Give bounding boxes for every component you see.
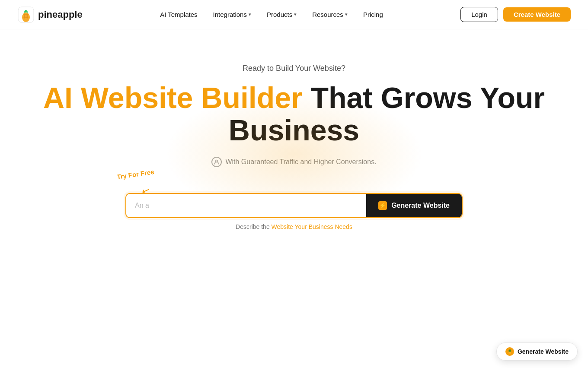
login-button[interactable]: Login — [460, 7, 498, 22]
hero-section: Ready to Build Your Website? AI Website … — [0, 29, 588, 256]
chevron-down-icon: ▾ — [345, 12, 348, 17]
input-hint-highlight: Website Your Business Needs — [272, 223, 352, 230]
try-for-free-label: Try For Free — [116, 168, 154, 181]
navbar: pineapple AI Templates Integrations ▾ Pr… — [0, 0, 588, 29]
generate-website-button[interactable]: ⚡ Generate Website — [366, 194, 462, 217]
logo-text: pineapple — [38, 9, 83, 20]
nav-links: AI Templates Integrations ▾ Products ▾ R… — [153, 7, 390, 22]
input-section: Try For Free ↙ ⚡ Generate Website Descri… — [125, 193, 463, 230]
input-hint: Describe the Website Your Business Needs — [236, 223, 352, 230]
nav-item-ai-templates[interactable]: AI Templates — [153, 7, 204, 22]
nav-item-pricing[interactable]: Pricing — [356, 7, 390, 22]
floating-btn-icon: 🍍 — [505, 347, 514, 356]
logo-icon — [17, 6, 35, 23]
create-website-button[interactable]: Create Website — [503, 7, 571, 22]
hero-subtitle: Ready to Build Your Website? — [243, 64, 345, 73]
chevron-down-icon: ▾ — [249, 12, 251, 17]
hero-badge-text: With Guaranteed Traffic and Higher Conve… — [225, 158, 376, 166]
hero-badge: With Guaranteed Traffic and Higher Conve… — [211, 157, 376, 167]
hero-title: AI Website Builder That Grows Your Busin… — [17, 82, 571, 146]
nav-actions: Login Create Website — [460, 7, 571, 22]
bolt-icon: ⚡ — [378, 201, 387, 210]
hero-title-orange: AI Website Builder — [43, 81, 303, 114]
nav-item-products[interactable]: Products ▾ — [260, 7, 304, 22]
input-row: ⚡ Generate Website — [125, 193, 463, 218]
chevron-down-icon: ▾ — [294, 12, 297, 17]
floating-generate-button[interactable]: 🍍 Generate Website — [496, 342, 578, 361]
logo[interactable]: pineapple — [17, 6, 83, 23]
nav-item-resources[interactable]: Resources ▾ — [305, 7, 355, 22]
nav-item-integrations[interactable]: Integrations ▾ — [206, 7, 258, 22]
website-description-input[interactable] — [126, 194, 366, 217]
badge-icon — [211, 157, 222, 167]
